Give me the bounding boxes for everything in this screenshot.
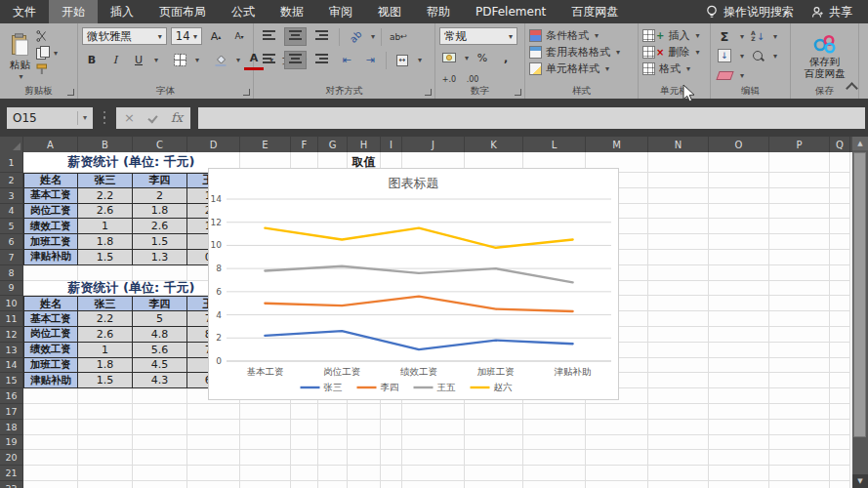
clear-button[interactable] bbox=[715, 66, 734, 84]
col-header-C[interactable]: C bbox=[133, 137, 187, 152]
cell-B20[interactable] bbox=[78, 450, 133, 466]
cell-J22[interactable] bbox=[402, 481, 465, 488]
cell-K18[interactable] bbox=[465, 420, 523, 435]
cell-A12[interactable]: 岗位工资 bbox=[23, 327, 78, 343]
clear-dropdown[interactable]: ▾ bbox=[740, 71, 744, 80]
cell-N18[interactable] bbox=[648, 420, 709, 435]
tab-formulas[interactable]: 公式 bbox=[219, 0, 268, 23]
cell-P5[interactable] bbox=[769, 219, 830, 234]
bold-button[interactable]: B bbox=[82, 52, 102, 69]
cell-O12[interactable] bbox=[709, 327, 769, 343]
cell-Q5[interactable] bbox=[830, 219, 850, 234]
cell-Q22[interactable] bbox=[830, 481, 850, 488]
cell-E19[interactable] bbox=[240, 435, 291, 451]
cell-C12[interactable]: 4.8 bbox=[133, 327, 187, 343]
delete-cells-button[interactable]: ×删除▾ bbox=[642, 44, 706, 61]
cell-E18[interactable] bbox=[240, 420, 291, 435]
cell-O22[interactable] bbox=[709, 481, 769, 488]
cell-O10[interactable] bbox=[709, 296, 769, 311]
row-header-11[interactable]: 11 bbox=[0, 311, 23, 327]
col-header-M[interactable]: M bbox=[586, 137, 648, 152]
row-header-3[interactable]: 3 bbox=[0, 188, 23, 204]
cell-Q9[interactable] bbox=[830, 281, 850, 297]
cell-I18[interactable] bbox=[381, 420, 402, 435]
underline-button[interactable]: U bbox=[129, 52, 148, 69]
cell-O14[interactable] bbox=[709, 358, 769, 374]
merge-center-button[interactable]: ↔ bbox=[393, 52, 412, 69]
cell-A11[interactable]: 基本工资 bbox=[23, 311, 78, 327]
cell-M17[interactable] bbox=[586, 404, 648, 420]
cell-G22[interactable] bbox=[318, 481, 348, 488]
cell-O6[interactable] bbox=[709, 234, 769, 250]
row-header-12[interactable]: 12 bbox=[0, 327, 23, 343]
cell-N22[interactable] bbox=[648, 481, 709, 488]
font-name-combo[interactable]: 微软雅黑▾ bbox=[82, 27, 167, 45]
cell-B21[interactable] bbox=[78, 466, 133, 481]
row-header-8[interactable]: 8 bbox=[0, 265, 23, 281]
cell-C4[interactable]: 1.8 bbox=[133, 204, 187, 220]
cell-J20[interactable] bbox=[402, 450, 465, 466]
cell-O19[interactable] bbox=[709, 435, 769, 451]
cell-D21[interactable] bbox=[187, 466, 240, 481]
cell-G17[interactable] bbox=[318, 404, 348, 420]
cell-E20[interactable] bbox=[240, 450, 291, 466]
cell-N14[interactable] bbox=[648, 358, 709, 374]
cell-O21[interactable] bbox=[709, 466, 769, 481]
cell-Q12[interactable] bbox=[830, 327, 850, 343]
cell-I19[interactable] bbox=[381, 435, 402, 451]
cell-Q15[interactable] bbox=[830, 373, 850, 388]
find-select-button[interactable] bbox=[748, 47, 767, 64]
cell-A7[interactable]: 津贴补助 bbox=[23, 250, 78, 265]
insert-cells-button[interactable]: +插入▾ bbox=[642, 27, 706, 44]
fill-color-button[interactable] bbox=[211, 52, 230, 69]
row-header-19[interactable]: 19 bbox=[0, 435, 23, 451]
alignment-dialog-launcher[interactable] bbox=[425, 89, 432, 96]
cell-I17[interactable] bbox=[381, 404, 402, 420]
cell-Q21[interactable] bbox=[830, 466, 850, 481]
cell-L17[interactable] bbox=[523, 404, 586, 420]
align-center-button[interactable] bbox=[284, 51, 307, 69]
align-left-button[interactable] bbox=[258, 51, 280, 69]
cell-N1[interactable] bbox=[648, 152, 709, 173]
cell-D19[interactable] bbox=[187, 435, 240, 451]
cell-M20[interactable] bbox=[586, 450, 648, 466]
cell-O3[interactable] bbox=[709, 188, 769, 204]
col-header-P[interactable]: P bbox=[769, 137, 830, 152]
underline-dropdown[interactable]: ▾ bbox=[154, 56, 158, 64]
cell-N5[interactable] bbox=[648, 219, 709, 234]
paste-button[interactable]: 粘贴 ▾ bbox=[4, 27, 36, 86]
cell-M22[interactable] bbox=[586, 481, 648, 488]
cell-K19[interactable] bbox=[465, 435, 523, 451]
cell-C8[interactable] bbox=[133, 265, 187, 281]
cell-L19[interactable] bbox=[523, 435, 586, 451]
row-header-20[interactable]: 20 bbox=[0, 450, 23, 466]
cell-P12[interactable] bbox=[769, 327, 830, 343]
cell-P21[interactable] bbox=[769, 466, 830, 481]
autosum-button[interactable]: Σ bbox=[715, 27, 734, 45]
tab-home[interactable]: 开始 bbox=[49, 0, 98, 23]
cell-P15[interactable] bbox=[769, 373, 830, 388]
cell-J18[interactable] bbox=[402, 420, 465, 435]
cell-A17[interactable] bbox=[23, 404, 78, 420]
cell-P19[interactable] bbox=[769, 435, 830, 451]
cell-F19[interactable] bbox=[291, 435, 318, 451]
cell-H21[interactable] bbox=[348, 466, 381, 481]
cell-P7[interactable] bbox=[769, 250, 830, 265]
conditional-formatting-button[interactable]: 条件格式▾ bbox=[529, 27, 634, 44]
cell-Q17[interactable] bbox=[830, 404, 850, 420]
cell-P2[interactable] bbox=[769, 173, 830, 188]
name-box-dropdown[interactable]: ▾ bbox=[77, 111, 87, 125]
row-header-21[interactable]: 21 bbox=[0, 466, 23, 481]
cell-C20[interactable] bbox=[133, 450, 187, 466]
cell-O18[interactable] bbox=[709, 420, 769, 435]
format-cells-button[interactable]: 格式▾ bbox=[642, 61, 706, 77]
tab-insert[interactable]: 插入 bbox=[98, 0, 146, 23]
cell-Q16[interactable] bbox=[830, 388, 850, 404]
cancel-button[interactable]: × bbox=[124, 110, 135, 125]
cell-F21[interactable] bbox=[291, 466, 318, 481]
cell-K20[interactable] bbox=[465, 450, 523, 466]
save-to-baidu-button[interactable]: 保存到百度网盘 bbox=[795, 27, 854, 86]
row-header-5[interactable]: 5 bbox=[0, 219, 23, 234]
cell-B15[interactable]: 1.5 bbox=[78, 373, 133, 388]
cell-C22[interactable] bbox=[133, 481, 187, 488]
